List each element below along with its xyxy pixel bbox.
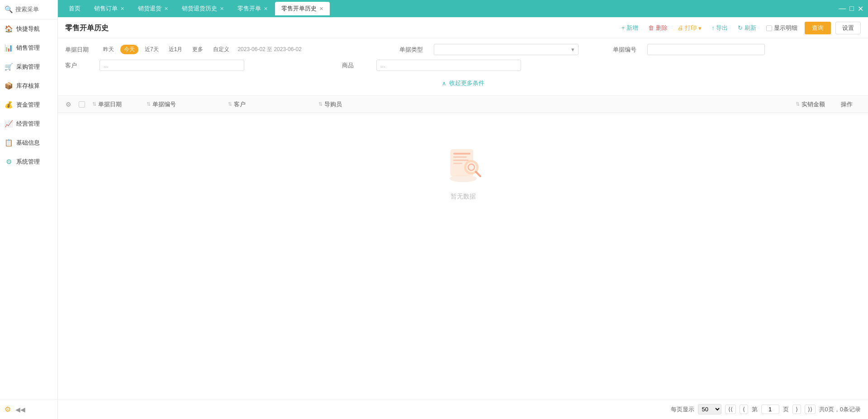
goods-input[interactable]: ...: [376, 60, 521, 71]
tab-sales-return-history[interactable]: 销货退货历史 ✕: [175, 2, 230, 15]
th-amount[interactable]: ⇅ 实销金额: [792, 100, 837, 108]
page-suffix: 页: [783, 405, 789, 414]
pagination: 每页显示 50 10 20 100 ⟨⟨ ⟨ 第 1 页 ⟩ ⟩⟩ 共0页，0条…: [58, 399, 868, 419]
customer-placeholder: ...: [104, 62, 109, 69]
sidebar-item-sys-mgmt[interactable]: ⚙ 系统管理: [0, 152, 57, 171]
search-menu-item[interactable]: 🔍 搜索采单: [0, 0, 57, 19]
close-button[interactable]: ✕: [858, 5, 863, 13]
tab-sales-return[interactable]: 销货退货 ✕: [132, 2, 175, 15]
column-settings-icon[interactable]: ⚙: [62, 101, 75, 108]
date-more[interactable]: 更多: [189, 45, 207, 54]
tab-sales-order-label: 销售订单: [94, 5, 118, 13]
collapse-up-icon: ∧: [442, 80, 446, 87]
date-yesterday[interactable]: 昨天: [100, 45, 118, 54]
page-title: 零售开单历史: [65, 24, 109, 33]
sidebar-item-purchase-mgmt[interactable]: 🛒 采购管理: [0, 57, 57, 76]
finance-icon: 💰: [5, 101, 13, 109]
doc-type-select[interactable]: ▾: [434, 44, 579, 55]
show-detail-checkbox[interactable]: [766, 25, 772, 31]
svg-rect-4: [453, 160, 469, 161]
date-last7[interactable]: 近7天: [141, 45, 162, 54]
page-label: 第: [752, 405, 758, 414]
window-controls: — □ ✕: [839, 5, 863, 13]
print-label: 🖨 打印: [678, 24, 697, 32]
tab-retail-open[interactable]: 零售开单 ✕: [231, 2, 274, 15]
svg-line-8: [476, 172, 480, 176]
next-page-button[interactable]: ⟩: [792, 405, 801, 414]
empty-icon: [441, 140, 486, 185]
collapse-sidebar-icon[interactable]: ◀◀: [15, 406, 25, 413]
tab-sales-order-close-icon[interactable]: ✕: [120, 6, 124, 12]
sidebar-item-label: 采购管理: [16, 63, 40, 71]
tab-home[interactable]: 首页: [62, 2, 87, 15]
th-num[interactable]: ⇅ 单据编号: [143, 100, 224, 108]
show-detail-button[interactable]: 显示明细: [764, 22, 800, 34]
print-arrow-icon: ▾: [698, 25, 702, 32]
delete-button[interactable]: 🗑 删除: [645, 22, 670, 34]
settings-gear-icon[interactable]: ⚙: [5, 405, 11, 414]
add-button[interactable]: + 新增: [619, 22, 641, 34]
tabs-bar: 首页 销售订单 ✕ 销货退货 ✕ 销货退货历史 ✕ 零售开单 ✕ 零售开单历史 …: [58, 0, 868, 17]
sidebar-item-label: 基础信息: [16, 139, 40, 147]
th-guide-label: 导购员: [324, 100, 342, 108]
search-icon: 🔍: [5, 5, 13, 14]
th-customer[interactable]: ⇅ 客户: [224, 100, 315, 108]
tab-sales-return-close-icon[interactable]: ✕: [164, 6, 168, 12]
tab-retail-history[interactable]: 零售开单历史 ✕: [275, 2, 330, 15]
collapse-button[interactable]: ∧ 收起更多条件: [442, 77, 484, 89]
query-button[interactable]: 查询: [805, 22, 831, 34]
tab-sales-order[interactable]: 销售订单 ✕: [88, 2, 131, 15]
refresh-button[interactable]: ↻ 刷新: [735, 22, 759, 34]
sidebar-item-operation[interactable]: 📈 经营管理: [0, 114, 57, 133]
sidebar-item-label: 销售管理: [16, 44, 40, 52]
tab-retail-open-label: 零售开单: [237, 5, 261, 13]
export-button[interactable]: ↑ 导出: [709, 22, 730, 34]
select-all-cb[interactable]: [79, 101, 85, 108]
select-all-checkbox[interactable]: [75, 101, 89, 108]
tab-sales-return-label: 销货退货: [138, 5, 161, 13]
sidebar-item-inventory[interactable]: 📦 库存核算: [0, 76, 57, 95]
sidebar-item-label: 库存核算: [16, 82, 40, 90]
table-header: ⚙ ⇅ 单据日期 ⇅ 单据编号 ⇅ 客户 ⇅ 导购员: [58, 96, 868, 113]
empty-text: 暂无数据: [451, 193, 476, 201]
sidebar-item-quick-nav[interactable]: 🏠 快捷导航: [0, 19, 57, 38]
customer-input[interactable]: ...: [100, 60, 244, 71]
print-button[interactable]: 🖨 打印 ▾: [675, 22, 705, 34]
setting-button[interactable]: 设置: [835, 22, 861, 34]
tab-sales-return-history-close-icon[interactable]: ✕: [220, 6, 224, 12]
th-guide[interactable]: ⇅ 导购员: [315, 100, 369, 108]
th-op: 操作: [837, 100, 864, 108]
tab-retail-open-close-icon[interactable]: ✕: [264, 6, 268, 12]
date-last1m[interactable]: 近1月: [165, 45, 186, 54]
doc-num-label: 单据编号: [613, 46, 640, 54]
toolbar: + 新增 🗑 删除 🖨 打印 ▾ ↑ 导出 ↻ 刷新 显示明细 查询 设置: [619, 22, 861, 34]
tab-sales-return-history-label: 销货退货历史: [182, 5, 217, 13]
maximize-button[interactable]: □: [849, 5, 854, 13]
date-range-display: 2023-06-02 至 2023-06-02: [237, 46, 301, 53]
th-date-label: 单据日期: [98, 100, 122, 108]
tab-retail-history-close-icon[interactable]: ✕: [319, 6, 323, 12]
prev-page-button[interactable]: ⟨: [740, 405, 748, 414]
search-label: 搜索采单: [15, 5, 39, 14]
date-custom[interactable]: 自定义: [209, 45, 233, 54]
page-number-input[interactable]: 1: [761, 405, 779, 414]
minimize-button[interactable]: —: [839, 5, 846, 13]
doc-type-arrow-icon: ▾: [571, 46, 574, 53]
svg-rect-5: [453, 163, 462, 164]
date-pills: 昨天 今天 近7天 近1月 更多 自定义 2023-06-02 至 2023-0…: [100, 45, 302, 54]
sidebar-item-basic-info[interactable]: 📋 基础信息: [0, 133, 57, 152]
last-page-button[interactable]: ⟩⟩: [805, 405, 816, 414]
goods-label: 商品: [342, 61, 369, 70]
th-date-sort-icon: ⇅: [92, 101, 96, 107]
sidebar-item-sales-mgmt[interactable]: 📊 销售管理: [0, 38, 57, 57]
sidebar-item-label: 系统管理: [16, 158, 40, 166]
sidebar-item-finance[interactable]: 💰 资金管理: [0, 95, 57, 114]
th-date[interactable]: ⇅ 单据日期: [89, 100, 143, 108]
th-num-label: 单据编号: [152, 100, 176, 108]
operation-icon: 📈: [5, 120, 13, 128]
date-today[interactable]: 今天: [120, 45, 138, 54]
sales-mgmt-icon: 📊: [5, 44, 13, 52]
first-page-button[interactable]: ⟨⟨: [725, 405, 736, 414]
per-page-select[interactable]: 50 10 20 100: [698, 404, 721, 414]
doc-num-input[interactable]: [647, 44, 765, 55]
